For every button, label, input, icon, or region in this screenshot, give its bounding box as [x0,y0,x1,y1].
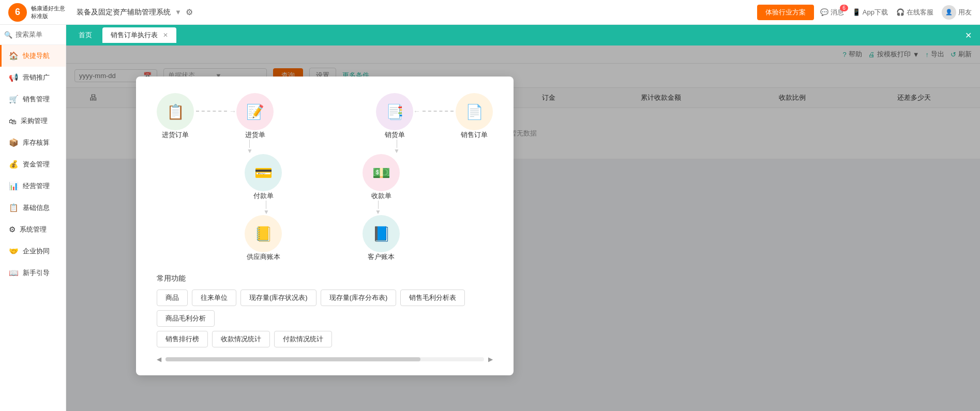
sidebar-item-quick-nav[interactable]: 🏠快捷导航 [0,45,66,67]
service-icon: 🎧 [896,8,904,16]
system-title: 装备及固定资产辅助管理系统 ▼ ⚙ [77,7,751,17]
modal-overlay: 📋 进货订单 → 📝 进货单 [66,45,980,411]
purchase-order-label: 进货订单 [162,130,189,140]
sidebar-icon-operations: 📊 [9,181,19,191]
dropdown-icon[interactable]: ▼ [175,8,182,16]
purchase-bill-icon: 📝 [236,93,274,130]
experience-button[interactable]: 体验行业方案 [757,5,814,20]
flow-receipt-bill: 💵 收款单 [363,154,400,201]
func-button-3[interactable]: 现存量(库存分布表) [321,290,397,306]
sidebar-icon-finance: 💰 [9,160,19,169]
sidebar-label-marketing: 营销推广 [23,73,50,82]
search-icon: 🔍 [4,31,12,39]
receipt-bill-icon: 💵 [363,154,400,191]
sidebar-item-beginner[interactable]: 📖新手引导 [0,262,66,284]
customer-account-icon: 📘 [363,215,400,252]
common-functions: 常用功能 商品往来单位现存量(库存状况表)现存量(库存分布表)销售毛利分析表商品… [157,274,493,347]
header-right: 💬 消息 6 📱 App下载 🎧 在线客服 👤 用友 [820,5,972,20]
settings-icon[interactable]: ⚙ [186,7,193,17]
sidebar-search[interactable]: 🔍 搜索菜单 [0,25,66,45]
func-row-2: 销售排行榜收款情况统计付款情况统计 [157,331,493,347]
flow-sales-order: 📄 销售订单 [456,93,493,140]
logo-icon: 6 [8,3,27,22]
sidebar-item-finance[interactable]: 💰资金管理 [0,154,66,175]
sidebar-item-purchase[interactable]: 🛍采购管理 [0,110,66,132]
flow-modal: 📋 进货订单 → 📝 进货单 [136,77,514,375]
sidebar-label-finance: 资金管理 [23,160,50,169]
flow-purchase-order: 📋 进货订单 [157,93,194,140]
logo-text: 畅康通好生意 标准版 [31,5,65,20]
sidebar-icon-enterprise: 🤝 [9,247,19,256]
scrollbar-thumb [165,357,420,361]
tab-sales-orders[interactable]: 销售订单执行表✕ [102,27,176,43]
sidebar-label-sales: 销售管理 [23,95,50,104]
sidebar-icon-purchase: 🛍 [9,117,17,126]
right-content: 首页销售订单执行表✕ ✕ ? 帮助 🖨 按模板打印 [66,25,980,411]
window-close-button[interactable]: ✕ [961,31,976,40]
sidebar-item-operations[interactable]: 📊经营管理 [0,175,66,197]
func-button-2[interactable]: 现存量(库存状况表) [240,290,316,306]
app-download-item[interactable]: 📱 App下载 [852,8,888,17]
download-icon: 📱 [852,8,861,16]
avatar: 👤 [942,5,956,20]
sidebar-item-marketing[interactable]: 📢营销推广 [0,67,66,88]
sidebar-label-inventory: 库存核算 [23,138,50,147]
flow-supplier-account: 📒 供应商账本 [245,215,282,262]
func-button-5[interactable]: 商品毛利分析 [157,310,215,327]
tab-home[interactable]: 首页 [70,27,100,43]
system-name: 装备及固定资产辅助管理系统 [77,8,171,17]
common-functions-title: 常用功能 [157,274,493,283]
sidebar-label-enterprise: 企业协同 [23,247,50,256]
purchase-order-icon: 📋 [157,93,194,130]
sidebar: 🔍 搜索菜单 🏠快捷导航📢营销推广🛒销售管理🛍采购管理📦库存核算💰资金管理📊经营… [0,25,66,411]
tab-close-sales-orders[interactable]: ✕ [163,32,168,39]
sidebar-label-purchase: 采购管理 [21,116,48,126]
tab-bar: 首页销售订单执行表✕ ✕ [66,25,980,45]
sales-bill-label: 销货单 [385,130,405,140]
func-button-1[interactable]: 往来单位 [192,290,236,306]
sales-order-icon: 📄 [456,93,493,130]
func-row-1: 商品往来单位现存量(库存状况表)现存量(库存分布表)销售毛利分析表商品毛利分析 [157,290,493,327]
sidebar-item-basic-info[interactable]: 📋基础信息 [0,197,66,219]
func-button-7[interactable]: 收款情况统计 [212,331,270,347]
message-badge: 6 [840,5,848,11]
message-item[interactable]: 💬 消息 6 [820,8,844,17]
tab-label-sales-orders: 销售订单执行表 [111,31,158,40]
func-button-0[interactable]: 商品 [157,290,188,306]
customer-account-label: 客户账本 [368,252,395,262]
sidebar-label-quick-nav: 快捷导航 [23,51,50,60]
sidebar-icon-system: ⚙ [9,225,16,234]
sidebar-icon-beginner: 📖 [9,268,19,278]
user-item[interactable]: 👤 用友 [942,5,972,20]
flow-payment-bill: 💳 付款单 [245,154,282,201]
sidebar-item-sales[interactable]: 🛒销售管理 [0,88,66,110]
message-icon: 💬 [820,8,828,16]
scrollbar-track [165,357,484,361]
sidebar-item-system[interactable]: ⚙系统管理 [0,219,66,240]
sidebar-label-beginner: 新手引导 [23,268,50,278]
flow-sales-bill: 📑 销货单 [376,93,413,140]
func-button-6[interactable]: 销售排行榜 [157,331,208,347]
func-button-4[interactable]: 销售毛利分析表 [400,290,465,306]
flow-purchase-bill: 📝 进货单 [236,93,274,140]
receipt-bill-label: 收款单 [371,191,391,201]
flow-section: 📋 进货订单 → 📝 进货单 [157,93,493,262]
scroll-right-arrow[interactable]: ▶ [488,356,493,363]
scroll-left-arrow[interactable]: ◀ [157,356,161,363]
online-service-item[interactable]: 🎧 在线客服 [896,8,933,17]
supplier-account-icon: 📒 [245,215,282,252]
sidebar-icon-basic-info: 📋 [9,203,19,212]
payment-bill-icon: 💳 [245,154,282,191]
flow-customer-account: 📘 客户账本 [363,215,400,262]
sales-bill-icon: 📑 [376,93,413,130]
sidebar-label-system: 系统管理 [20,225,47,234]
supplier-account-label: 供应商账本 [247,252,280,262]
sidebar-item-inventory[interactable]: 📦库存核算 [0,132,66,154]
sidebar-item-enterprise[interactable]: 🤝企业协同 [0,240,66,262]
sidebar-icon-quick-nav: 🏠 [9,51,19,60]
sidebar-label-operations: 经营管理 [23,181,50,191]
modal-scrollbar: ◀ ▶ [157,356,493,363]
func-button-8[interactable]: 付款情况统计 [274,331,332,347]
sidebar-label-basic-info: 基础信息 [23,203,50,212]
page-content: ? 帮助 🖨 按模板打印 ▼ ↑ 导出 ↺ [66,45,980,411]
